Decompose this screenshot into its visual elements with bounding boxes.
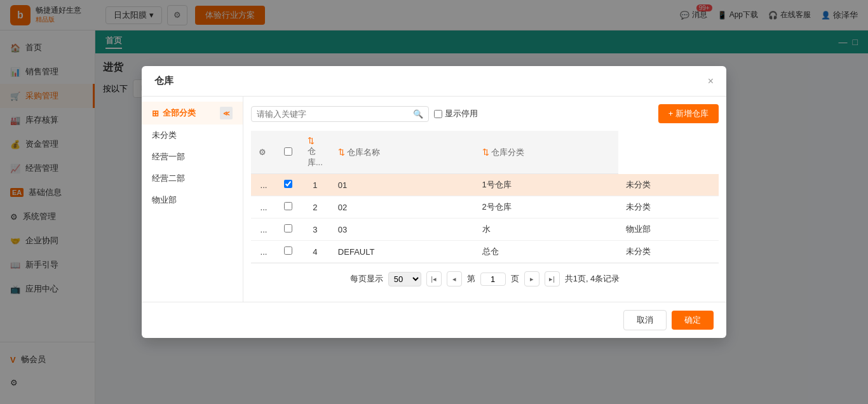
table-header: ⚙ ⇅ 仓库... ⇅ 仓库名称	[251, 131, 719, 174]
sort-name-icon: ⇅	[338, 147, 345, 157]
sort-code-icon: ⇅	[308, 136, 315, 145]
category-dept2-label: 经营二部	[152, 173, 185, 184]
search-input[interactable]	[257, 109, 413, 119]
cancel-button[interactable]: 取消	[623, 310, 667, 330]
pagination: 每页显示 50 100 |◂ ◂ 第 页 ▸ ▸| 共1页, 4条记录	[251, 263, 719, 294]
category-dept1[interactable]: 经营一部	[142, 146, 243, 168]
all-category-label: 全部分类	[163, 107, 196, 119]
page-prefix-label: 第	[467, 273, 475, 285]
category-unclassified-label: 未分类	[152, 130, 177, 141]
add-warehouse-button[interactable]: + 新增仓库	[658, 104, 719, 123]
row-code: DEFAULT	[330, 241, 475, 263]
table-row[interactable]: ... 3 03 水 物业部	[251, 219, 719, 241]
row-checkbox[interactable]	[284, 224, 292, 232]
row-num: 3	[300, 219, 330, 241]
row-category: 未分类	[618, 174, 719, 196]
warehouse-table: ⚙ ⇅ 仓库... ⇅ 仓库名称	[251, 131, 719, 263]
row-category: 未分类	[618, 241, 719, 263]
modal-title: 仓库	[154, 75, 173, 87]
row-gear[interactable]: ...	[251, 196, 276, 219]
show-disabled-checkbox-label[interactable]: 显示停用	[434, 108, 478, 119]
category-dept2[interactable]: 经营二部	[142, 168, 243, 189]
col-category: ⇅ 仓库分类	[475, 131, 619, 174]
row-checkbox[interactable]	[284, 246, 292, 255]
last-page-button[interactable]: ▸|	[545, 271, 560, 286]
first-page-button[interactable]: |◂	[426, 271, 442, 286]
table-container: ⚙ ⇅ 仓库... ⇅ 仓库名称	[251, 131, 719, 263]
per-page-select[interactable]: 50 100	[388, 272, 421, 286]
modal-body: ⊞ 全部分类 ≪ 未分类 经营一部 经营二部 物业部	[142, 97, 726, 302]
sort-cat-icon: ⇅	[482, 147, 489, 157]
table-row[interactable]: ... 1 01 1号仓库 未分类	[251, 174, 719, 196]
row-checkbox-cell	[276, 174, 300, 196]
row-checkbox-cell	[276, 241, 300, 263]
table-row[interactable]: ... 2 02 2号仓库 未分类	[251, 196, 719, 219]
grid-icon: ⊞	[152, 109, 159, 118]
row-name: 总仓	[475, 241, 619, 263]
row-checkbox[interactable]	[284, 180, 292, 188]
modal-overlay: 仓库 × ⊞ 全部分类 ≪ 未分类 经营一部 经营二部	[0, 0, 868, 404]
row-num: 1	[300, 174, 330, 196]
row-gear[interactable]: ...	[251, 241, 276, 263]
warehouse-modal: 仓库 × ⊞ 全部分类 ≪ 未分类 经营一部 经营二部	[142, 66, 726, 338]
modal-header: 仓库 ×	[142, 66, 726, 97]
table-row[interactable]: ... 4 DEFAULT 总仓 未分类	[251, 241, 719, 263]
row-gear[interactable]: ...	[251, 219, 276, 241]
row-code: 02	[330, 196, 475, 219]
next-page-button[interactable]: ▸	[524, 271, 539, 286]
category-property-label: 物业部	[152, 194, 177, 206]
col-cat-label: 仓库分类	[491, 147, 524, 157]
col-checkbox	[276, 131, 300, 174]
col-name-label: 仓库名称	[347, 147, 380, 157]
confirm-button[interactable]: 确定	[672, 311, 714, 330]
col-code: ⇅ 仓库...	[300, 131, 330, 174]
per-page-label: 每页显示	[350, 273, 383, 285]
modal-toolbar: 🔍 显示停用 + 新增仓库	[251, 104, 719, 123]
search-box[interactable]: 🔍	[251, 106, 429, 122]
modal-close-button[interactable]: ×	[708, 76, 714, 86]
modal-sidebar: ⊞ 全部分类 ≪ 未分类 经营一部 经营二部 物业部	[142, 97, 243, 302]
col-code-label: 仓库...	[308, 146, 323, 167]
row-code: 01	[330, 174, 475, 196]
page-input[interactable]	[480, 273, 506, 286]
row-checkbox-cell	[276, 219, 300, 241]
row-code: 03	[330, 219, 475, 241]
category-property[interactable]: 物业部	[142, 189, 243, 211]
modal-footer: 取消 确定	[142, 302, 726, 338]
header-row: ⚙ ⇅ 仓库... ⇅ 仓库名称	[251, 131, 719, 174]
row-name: 2号仓库	[475, 196, 619, 219]
table-body: ... 1 01 1号仓库 未分类 ... 2 02 2号仓库 未分类 ... …	[251, 174, 719, 263]
total-label: 共1页, 4条记录	[565, 273, 620, 285]
row-checkbox-cell	[276, 196, 300, 219]
row-name: 水	[475, 219, 619, 241]
row-category: 未分类	[618, 196, 719, 219]
col-settings: ⚙	[251, 131, 276, 174]
collapse-button[interactable]: ≪	[220, 107, 233, 119]
modal-main: 🔍 显示停用 + 新增仓库 ⚙	[243, 97, 726, 302]
row-num: 4	[300, 241, 330, 263]
show-disabled-checkbox[interactable]	[434, 110, 442, 118]
row-category: 物业部	[618, 219, 719, 241]
row-name: 1号仓库	[475, 174, 619, 196]
category-dept1-label: 经营一部	[152, 151, 185, 163]
search-icon[interactable]: 🔍	[413, 109, 423, 119]
col-name: ⇅ 仓库名称	[330, 131, 475, 174]
category-unclassified[interactable]: 未分类	[142, 125, 243, 146]
row-gear[interactable]: ...	[251, 174, 276, 196]
category-all[interactable]: ⊞ 全部分类 ≪	[142, 102, 243, 125]
select-all-checkbox[interactable]	[284, 147, 292, 156]
page-suffix-label: 页	[511, 273, 519, 285]
prev-page-button[interactable]: ◂	[447, 271, 462, 286]
show-disabled-text: 显示停用	[445, 108, 478, 119]
row-num: 2	[300, 196, 330, 219]
row-checkbox[interactable]	[284, 202, 292, 210]
